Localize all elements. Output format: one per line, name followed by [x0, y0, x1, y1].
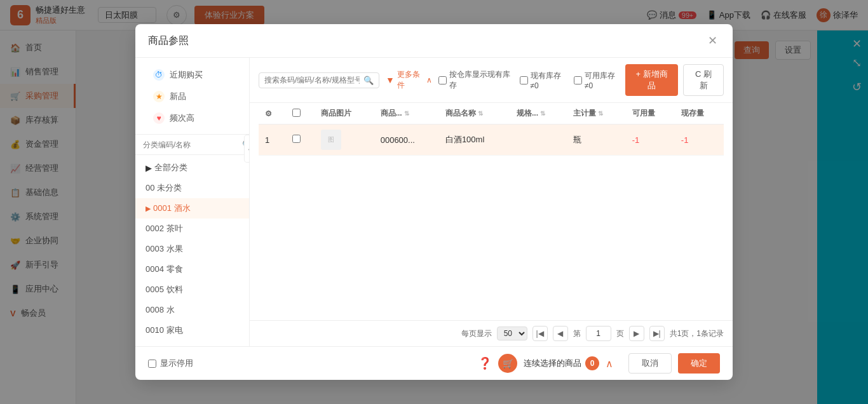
classify-search-area: 🔍	[135, 135, 249, 155]
classify-item-0010[interactable]: 0010 家电	[135, 320, 249, 340]
cart-icon[interactable]: 🛒	[498, 354, 517, 373]
table-header-row: ⚙ 商品图片 商品...⇅ 商品名称⇅ 规格...⇅ 主计量⇅ 可用量 现存量	[259, 103, 724, 125]
confirm-button[interactable]: 确定	[678, 353, 720, 374]
add-product-button[interactable]: + 新增商品	[625, 64, 678, 96]
classify-item-0004[interactable]: 0004 零食	[135, 259, 249, 279]
selected-goods-label: 连续选择的商品	[524, 358, 581, 369]
classify-label-0001: 0001 酒水	[153, 203, 191, 214]
footer-right: 取消 确定	[628, 353, 720, 374]
check-stock-ne0[interactable]	[520, 76, 528, 84]
frequent-icon: ♥	[153, 112, 165, 124]
display-disabled-checkbox[interactable]	[148, 360, 156, 368]
check-warehouse-label[interactable]: 按仓库显示现有库存	[438, 69, 511, 91]
classify-label-0005: 0005 饮料	[146, 284, 183, 295]
collapse-panel-button[interactable]: «	[244, 135, 250, 163]
goods-count-badge: 0	[585, 356, 599, 370]
modal-close-button[interactable]: ✕	[705, 33, 720, 48]
col-checkbox	[286, 103, 315, 125]
modal-footer: 显示停用 ❓ 🛒 连续选择的商品 0 ∧ 取消 确定	[135, 346, 733, 380]
check-usable-ne0[interactable]	[574, 76, 582, 84]
classify-item-0001[interactable]: ▶ 0001 酒水	[135, 198, 249, 219]
footer-left: 显示停用	[148, 358, 193, 369]
row-stock: -1	[675, 125, 724, 156]
classify-search-input[interactable]	[143, 140, 238, 149]
product-table-area: ⚙ 商品图片 商品...⇅ 商品名称⇅ 规格...⇅ 主计量⇅ 可用量 现存量	[250, 103, 733, 320]
arrow-all: ▶	[146, 163, 152, 173]
classify-label-0004: 0004 零食	[146, 264, 183, 275]
page-input[interactable]	[586, 326, 611, 341]
product-search-input[interactable]	[264, 76, 360, 84]
left-panel: ⏱ 近期购买 ★ 新品 ♥ 频次高 «	[135, 58, 250, 346]
classify-item-00[interactable]: 00 未分类	[135, 178, 249, 198]
classify-label-0002: 0002 茶叶	[146, 223, 183, 234]
page-next-button[interactable]: ▶	[629, 326, 644, 341]
classify-label-00: 00 未分类	[146, 182, 182, 194]
classify-label-0008: 0008 水	[146, 304, 175, 316]
product-table: ⚙ 商品图片 商品...⇅ 商品名称⇅ 规格...⇅ 主计量⇅ 可用量 现存量	[259, 103, 724, 156]
product-search-icon[interactable]: 🔍	[363, 76, 374, 85]
recent-icon: ⏱	[153, 69, 165, 81]
filter-icon: ▼	[386, 75, 395, 85]
classify-item-0005[interactable]: 0005 饮料	[135, 279, 249, 300]
footer-center: ❓ 🛒 连续选择的商品 0 ∧	[478, 354, 613, 373]
classify-list: ▶ 全部分类 00 未分类 ▶ 0001 酒水 0002 茶叶 0003 水果	[135, 155, 249, 340]
classify-item-0002[interactable]: 0002 茶叶	[135, 219, 249, 239]
refresh-button[interactable]: C 刷新	[683, 64, 724, 96]
product-search-bar: 🔍	[259, 72, 379, 88]
col-spec: 规格...⇅	[510, 103, 567, 125]
more-filter-button[interactable]: ▼ 更多条件 ∧	[386, 69, 432, 91]
classify-label-0003: 0003 水果	[146, 243, 183, 255]
classify-item-all[interactable]: ▶ 全部分类	[135, 158, 249, 178]
right-panel: 🔍 ▼ 更多条件 ∧ 按仓库显示现有库存 现	[250, 58, 733, 346]
table-row[interactable]: 1 图 000600... 白酒100ml 瓶	[259, 125, 724, 156]
col-name: 商品名称⇅	[439, 103, 510, 125]
pagination-area: 每页显示 50 |◀ ◀ 第 页 ▶ ▶| 共1页，1条记录	[250, 320, 733, 346]
quick-item-frequent[interactable]: ♥ 频次高	[143, 107, 241, 129]
filter-arrow: ∧	[426, 76, 432, 84]
cancel-button[interactable]: 取消	[628, 353, 672, 374]
modal-body: ⏱ 近期购买 ★ 新品 ♥ 频次高 «	[135, 58, 733, 346]
display-disabled-label[interactable]: 显示停用	[148, 358, 193, 369]
quick-item-new[interactable]: ★ 新品	[143, 86, 241, 107]
quick-label-new: 新品	[170, 91, 186, 102]
row-name: 白酒100ml	[439, 125, 510, 156]
row-checkbox-cell	[286, 125, 315, 156]
arrow-0001: ▶	[146, 205, 151, 213]
check-stock-ne0-label[interactable]: 现有库存≠0	[520, 71, 565, 90]
row-unit: 瓶	[567, 125, 625, 156]
col-usable: 可用量	[626, 103, 675, 125]
classify-item-0008[interactable]: 0008 水	[135, 300, 249, 320]
row-img-cell: 图	[315, 125, 374, 156]
check-warehouse[interactable]	[438, 76, 447, 84]
quick-label-frequent: 频次高	[170, 112, 194, 124]
check-usable-ne0-label[interactable]: 可用库存≠0	[574, 71, 619, 90]
select-all-checkbox[interactable]	[292, 109, 301, 117]
collapse-footer-icon[interactable]: ∧	[606, 358, 613, 370]
help-icon[interactable]: ❓	[478, 356, 492, 370]
page-prev-button[interactable]: ◀	[553, 326, 568, 341]
modal-overlay: 商品参照 ✕ ⏱ 近期购买 ★ 新品 ♥	[0, 0, 868, 404]
classify-item-0003[interactable]: 0003 水果	[135, 239, 249, 259]
col-settings: ⚙	[259, 103, 286, 125]
col-unit: 主计量⇅	[567, 103, 625, 125]
quick-items-section: ⏱ 近期购买 ★ 新品 ♥ 频次高	[135, 64, 249, 135]
page-label: 第	[573, 328, 581, 339]
page-info: 共1页，1条记录	[670, 328, 724, 339]
classify-label-all: 全部分类	[154, 162, 187, 173]
row-num: 1	[259, 125, 286, 156]
row-checkbox[interactable]	[292, 135, 301, 143]
page-last-button[interactable]: ▶|	[649, 326, 665, 341]
page-size-select[interactable]: 50	[497, 327, 527, 340]
quick-label-recent: 近期购买	[170, 69, 203, 81]
product-image: 图	[321, 130, 341, 150]
check-stock-ne0-text: 现有库存≠0	[531, 71, 565, 90]
table-settings-icon[interactable]: ⚙	[265, 109, 272, 118]
col-code: 商品...⇅	[374, 103, 439, 125]
row-spec	[510, 125, 567, 156]
filter-checkboxes: 按仓库显示现有库存 现有库存≠0 可用库存≠0	[438, 69, 620, 91]
row-code: 000600...	[374, 125, 439, 156]
quick-item-recent[interactable]: ⏱ 近期购买	[143, 64, 241, 86]
display-disabled-text: 显示停用	[160, 358, 193, 369]
classify-label-0010: 0010 家电	[146, 325, 183, 336]
page-first-button[interactable]: |◀	[532, 326, 548, 341]
